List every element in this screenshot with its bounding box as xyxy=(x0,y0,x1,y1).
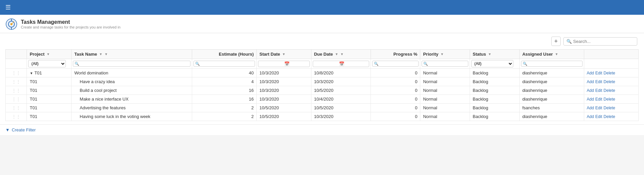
app-logo-icon xyxy=(5,18,17,30)
th-progress: Progress % xyxy=(371,50,420,59)
delete-link[interactable]: Delete xyxy=(604,114,615,119)
drag-handle[interactable]: ⋮⋮ xyxy=(6,104,27,112)
project-filter-select[interactable]: (All) xyxy=(28,60,66,67)
status-filter-icon[interactable]: ▼ xyxy=(488,52,491,56)
add-button[interactable]: + xyxy=(551,37,561,46)
filter-actions xyxy=(584,59,638,69)
cell-project: T01 xyxy=(27,112,72,121)
drag-handle[interactable]: ⋮⋮ xyxy=(6,69,27,77)
add-link[interactable]: Add xyxy=(587,88,594,93)
th-project: Project ▼ xyxy=(27,50,72,59)
drag-handle[interactable]: ⋮⋮ xyxy=(6,77,27,86)
assigned-filter-input[interactable] xyxy=(528,61,581,66)
priority-filter-icon[interactable]: ▼ xyxy=(440,52,444,56)
assigned-filter-icon[interactable]: ▼ xyxy=(555,52,558,56)
cell-startdate: 10/3/2020 xyxy=(257,69,311,77)
filter-assigned: 🔍 xyxy=(519,59,584,69)
edit-link[interactable]: Edit xyxy=(595,79,602,84)
cell-taskname: Having some luck in the voting week xyxy=(72,112,192,121)
cell-progress: 0 xyxy=(371,86,420,95)
edit-link[interactable]: Edit xyxy=(595,88,602,93)
startdate-filter-input[interactable] xyxy=(260,61,283,66)
duedate-filter-icon2[interactable]: ▼ xyxy=(340,52,344,56)
cell-duedate: 10/8/2020 xyxy=(311,69,371,77)
add-link[interactable]: Add xyxy=(587,97,594,102)
create-filter-link[interactable]: Create Filter xyxy=(12,127,36,132)
delete-link[interactable]: Delete xyxy=(604,79,615,84)
cell-taskname: World domination xyxy=(72,69,192,77)
delete-link[interactable]: Delete xyxy=(604,97,615,102)
startdate-calendar-icon[interactable]: 📅 xyxy=(284,61,290,66)
cell-taskname: Make a nice interface UX xyxy=(72,95,192,104)
cell-progress: 0 xyxy=(371,104,420,112)
add-link[interactable]: Add xyxy=(587,79,594,84)
progress-filter-input[interactable] xyxy=(380,61,417,66)
filter-estimate: 🔍 xyxy=(192,59,257,69)
drag-handle[interactable]: ⋮⋮ xyxy=(6,112,27,121)
hamburger-icon[interactable]: ☰ xyxy=(5,4,11,11)
cell-duedate: 10/3/2020 xyxy=(311,112,371,121)
cell-assigned: fsanches xyxy=(519,104,584,112)
table-filter-row: (All) 🔍 🔍 xyxy=(6,59,639,69)
main-content: + 🔍 Project ▼ Task Name ▼ xyxy=(0,33,644,124)
cell-priority: Normal xyxy=(420,112,470,121)
duedate-filter-input[interactable] xyxy=(314,61,338,66)
th-startdate: Start Date ▼ xyxy=(257,50,311,59)
table-body: ⋮⋮▼T01World domination4010/3/202010/8/20… xyxy=(6,69,639,121)
edit-link[interactable]: Edit xyxy=(595,71,602,75)
taskname-search-icon: 🔍 xyxy=(75,62,79,66)
taskname-filter-icon[interactable]: ▼ xyxy=(99,52,102,56)
cell-actions: Add Edit Delete xyxy=(584,77,638,86)
drag-handle[interactable]: ⋮⋮ xyxy=(6,95,27,104)
add-link[interactable]: Add xyxy=(587,114,594,119)
top-bar: ☰ xyxy=(0,0,644,15)
duedate-filter-icon[interactable]: ▼ xyxy=(335,52,338,56)
cell-startdate: 10/5/2020 xyxy=(257,112,311,121)
cell-startdate: 10/3/2020 xyxy=(257,77,311,86)
th-duedate: Due Date ▼ ▼ xyxy=(311,50,371,59)
startdate-filter-icon[interactable]: ▼ xyxy=(282,52,286,56)
cell-startdate: 10/5/2020 xyxy=(257,104,311,112)
drag-handle[interactable]: ⋮⋮ xyxy=(6,86,27,95)
th-priority: Priority ▼ xyxy=(420,50,470,59)
cell-estimate: 2 xyxy=(192,104,257,112)
cell-taskname: Advertising the features xyxy=(72,104,192,112)
cell-progress: 0 xyxy=(371,77,420,86)
delete-link[interactable]: Delete xyxy=(604,88,615,93)
filter-progress: 🔍 xyxy=(371,59,420,69)
search-input[interactable] xyxy=(573,39,634,44)
cell-startdate: 10/3/2020 xyxy=(257,95,311,104)
th-drag xyxy=(6,50,27,59)
cell-taskname: Have a crazy idea xyxy=(72,77,192,86)
data-table: Project ▼ Task Name ▼ ▼ Estimate (Hours) xyxy=(5,49,639,121)
project-filter-icon[interactable]: ▼ xyxy=(47,52,50,56)
add-link[interactable]: Add xyxy=(587,106,594,110)
taskname-filter-icon2[interactable]: ▼ xyxy=(104,52,108,56)
bottom-bar: ▼ Create Filter xyxy=(0,124,644,135)
edit-link[interactable]: Edit xyxy=(595,114,602,119)
status-filter-select[interactable]: (All) xyxy=(471,60,513,67)
cell-priority: Normal xyxy=(420,69,470,77)
cell-status: Backlog xyxy=(470,104,520,112)
add-link[interactable]: Add xyxy=(587,71,594,75)
edit-link[interactable]: Edit xyxy=(595,97,602,102)
delete-link[interactable]: Delete xyxy=(604,71,615,75)
cell-estimate: 16 xyxy=(192,95,257,104)
duedate-calendar-icon[interactable]: 📅 xyxy=(339,61,344,66)
cell-project: T01 xyxy=(27,77,72,86)
priority-filter-input[interactable] xyxy=(429,61,467,66)
delete-link[interactable]: Delete xyxy=(604,106,615,110)
table-row: ⋮⋮T01Advertising the features210/5/20201… xyxy=(6,104,639,112)
cell-assigned: diashenrique xyxy=(519,77,584,86)
cell-actions: Add Edit Delete xyxy=(584,69,638,77)
th-assigned: Assigned User ▼ xyxy=(519,50,584,59)
estimate-filter-input[interactable] xyxy=(201,61,253,66)
cell-assigned: diashenrique xyxy=(519,112,584,121)
th-status: Status ▼ xyxy=(470,50,520,59)
cell-estimate: 4 xyxy=(192,77,257,86)
expand-arrow[interactable]: ▼ xyxy=(30,71,33,75)
cell-progress: 0 xyxy=(371,69,420,77)
taskname-filter-input[interactable] xyxy=(80,61,189,66)
cell-duedate: 10/4/2020 xyxy=(311,95,371,104)
edit-link[interactable]: Edit xyxy=(595,106,602,110)
